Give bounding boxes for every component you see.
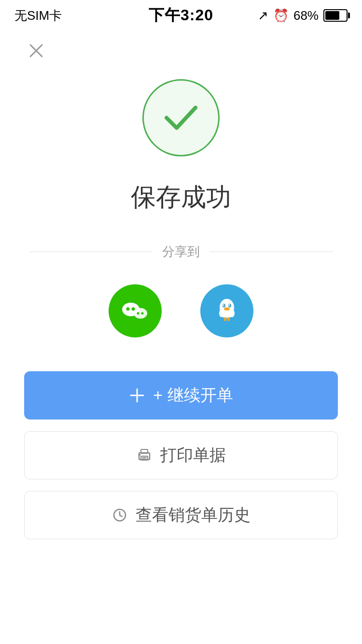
status-left: 无SIM卡 [14, 7, 67, 24]
qq-share-button[interactable] [200, 284, 253, 337]
print-button[interactable]: 打印单据 [24, 431, 338, 479]
divider-left [29, 252, 153, 252]
share-section: 分享到 [0, 243, 362, 337]
svg-point-6 [134, 308, 147, 319]
close-button[interactable] [24, 39, 48, 63]
wechat-share-button[interactable] [109, 284, 162, 337]
svg-point-15 [230, 305, 231, 306]
main-content: 保存成功 分享到 [0, 31, 362, 539]
action-buttons: + 继续开单 打印单据 [0, 371, 362, 539]
share-label: 分享到 [153, 243, 209, 260]
history-icon [111, 507, 128, 523]
svg-point-16 [224, 308, 230, 311]
print-label: 打印单据 [160, 444, 226, 466]
printer-icon [136, 447, 153, 463]
status-bar: 无SIM卡 下午3:20 ↗ ⏰ 68% [0, 0, 362, 31]
svg-rect-21 [227, 317, 230, 321]
success-icon-circle [142, 79, 220, 156]
plus-icon [129, 387, 145, 404]
continue-button[interactable]: + 继续开单 [24, 371, 338, 420]
divider-right [209, 252, 333, 252]
status-time: 下午3:20 [149, 5, 213, 26]
svg-point-29 [139, 454, 141, 456]
location-icon: ↗ [258, 8, 268, 23]
battery-icon [323, 9, 348, 22]
share-icons [109, 284, 253, 337]
svg-point-4 [126, 308, 130, 311]
svg-rect-20 [224, 317, 226, 321]
svg-point-5 [132, 308, 135, 311]
history-button[interactable]: 查看销货单历史 [24, 491, 338, 539]
svg-line-32 [120, 515, 122, 517]
status-right: ↗ ⏰ 68% [258, 8, 348, 23]
share-divider: 分享到 [0, 243, 362, 260]
battery-text: 68% [293, 8, 319, 23]
svg-point-8 [141, 312, 144, 315]
svg-point-18 [219, 309, 224, 317]
carrier-text: 无SIM卡 [14, 7, 62, 24]
alarm-icon: ⏰ [273, 8, 289, 23]
svg-point-14 [224, 305, 225, 306]
svg-point-19 [230, 309, 235, 317]
success-title: 保存成功 [131, 181, 231, 214]
history-label: 查看销货单历史 [136, 504, 251, 526]
continue-label: + 继续开单 [153, 384, 233, 406]
svg-point-7 [137, 312, 139, 315]
